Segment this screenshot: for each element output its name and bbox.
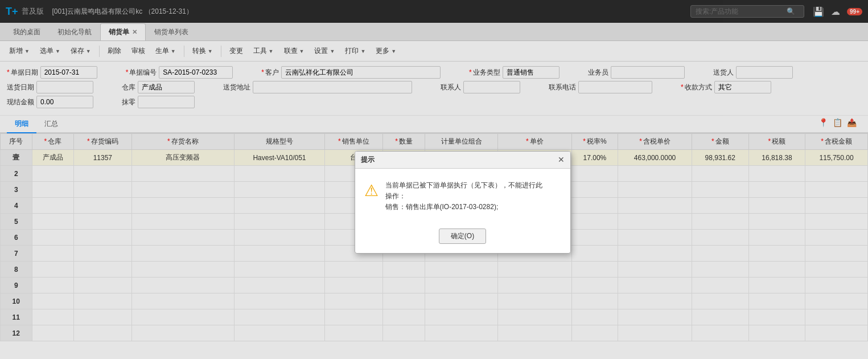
dialog-body: ⚠ 当前单据已被下游单据执行（见下表），不能进行此 操作： 销售：销售出库单(I… (355, 169, 570, 225)
dialog-titlebar: 提示 ✕ (355, 152, 570, 169)
dialog-footer: 确定(O) (355, 224, 570, 253)
dialog-title: 提示 (361, 155, 375, 165)
dialog-confirm-button[interactable]: 确定(O) (439, 229, 486, 244)
dialog-close-icon[interactable]: ✕ (558, 156, 565, 164)
dialog: 提示 ✕ ⚠ 当前单据已被下游单据执行（见下表），不能进行此 操作： 销售：销售… (355, 151, 571, 254)
dialog-message: 当前单据已被下游单据执行（见下表），不能进行此 操作： 销售：销售出库单(IO-… (385, 180, 542, 213)
dialog-overlay: 提示 ✕ ⚠ 当前单据已被下游单据执行（见下表），不能进行此 操作： 销售：销售… (0, 0, 868, 359)
warning-icon: ⚠ (364, 181, 379, 200)
